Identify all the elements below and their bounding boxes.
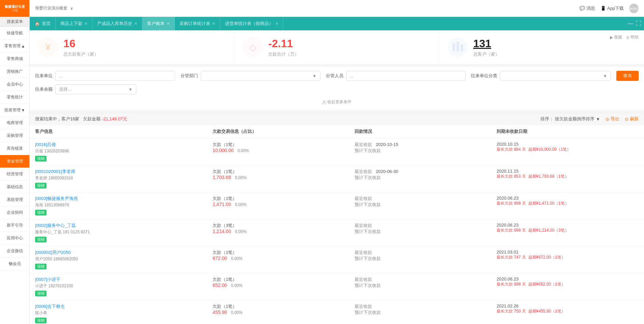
debt-amount-1[interactable]: 1,703.68: [213, 175, 231, 180]
customer-name-0[interactable]: [0016]吕俊: [35, 142, 56, 147]
overdue-amount-0[interactable]: 超期¥10,000.00（1笔）: [528, 147, 571, 152]
sidebar-item-purchase[interactable]: 采购管理: [0, 129, 29, 142]
repay-col-6: 最近收款 预计下次收款: [355, 303, 497, 316]
tab-products[interactable]: 商品上下架 ✕: [56, 17, 92, 30]
sidebar-item-retail-mgmt[interactable]: 零售管理 ▲: [0, 40, 29, 53]
debt-amount-4[interactable]: 672.00: [213, 256, 227, 261]
sidebar-item-wholesale[interactable]: 批发管理 ▼: [0, 104, 29, 117]
customer-name-5[interactable]: [0007]小进干: [35, 277, 60, 282]
customer-name-4[interactable]: [000002]用户2050: [35, 250, 71, 255]
overdue-amount-4[interactable]: 超期¥672.00（1笔）: [528, 255, 565, 260]
debt-amount-6[interactable]: 455.90: [213, 310, 227, 315]
help-btn[interactable]: ⊙ 帮助: [626, 34, 639, 40]
debt-amount-0[interactable]: 10,000.00: [213, 148, 233, 153]
repay-next-4: 预计下次收款: [355, 256, 497, 262]
sidebar-item-apps[interactable]: 应用中心: [0, 232, 29, 245]
avatar[interactable]: demo2: [629, 4, 639, 13]
person-input[interactable]: ...: [346, 71, 466, 81]
dept-select[interactable]: ▼: [201, 71, 320, 81]
sidebar-item-weixin[interactable]: 企业微信: [0, 245, 29, 258]
overdue-amount-2[interactable]: 超期¥1,471.00（1笔）: [528, 201, 569, 206]
tab-purchase-stats[interactable]: 进货单统计表（按商品） ✕: [220, 17, 283, 30]
sidebar-item-member[interactable]: 会员中心: [0, 78, 29, 91]
repay-next-3: 预计下次收款: [355, 229, 497, 235]
message-btn[interactable]: 💬 消息: [580, 5, 595, 11]
sidebar-item-enterprise[interactable]: 企业协同: [0, 206, 29, 219]
maximize-icon[interactable]: ⛶: [636, 21, 641, 27]
tab-home[interactable]: 🏠 首页: [30, 17, 56, 30]
supplier-dots: ...: [59, 73, 63, 79]
svg-rect-2: [460, 45, 463, 51]
tab-purchase-order[interactable]: 采购订单统计表 ✕: [175, 17, 220, 30]
col-repay-status: 回款情况: [355, 128, 497, 135]
debt-amount-3[interactable]: 1,214.00: [213, 229, 231, 234]
customer-info-3: [0002]服务中心_丁磊 服务中心_丁磊 181 0125 8371 现销: [35, 223, 213, 242]
sidebar-item-inventory[interactable]: 库存核算: [0, 142, 29, 155]
tab-products-close[interactable]: ✕: [84, 22, 87, 26]
repay-label-1: 最近收款: [355, 169, 372, 174]
table-row: [0001020001]李老师 李老师 18600391516 现销 欠款（1笔…: [30, 165, 644, 192]
sidebar-item-system[interactable]: 系统管理: [0, 194, 29, 206]
tabs-bar: 🏠 首页 商品上下架 ✕ 产成品入库单历史 ✕ 客户账本 ✕ 采购订单统计表 ✕…: [30, 17, 644, 30]
overdue-amount-1[interactable]: 超期¥1,703.68（1笔）: [528, 174, 569, 179]
sidebar-item-ecommerce[interactable]: 电商管理: [0, 117, 29, 129]
refresh-btn[interactable]: ⊙ 刷新: [625, 116, 639, 122]
search-button[interactable]: 查询: [616, 71, 639, 81]
breadcrumb: 母婴行业演示账套 ∨: [35, 5, 73, 11]
app-download-btn[interactable]: 📱 App下载: [600, 5, 624, 11]
tab-production-close[interactable]: ✕: [134, 22, 137, 26]
customer-info-5: [0007]小进干 小进干 18279152100 现销: [35, 276, 213, 296]
collapse-btn[interactable]: ⋀ 收起更多条件: [323, 99, 352, 105]
customer-name-3[interactable]: [0002]服务中心_丁磊: [35, 223, 76, 228]
tab-purchase-stats-close[interactable]: ✕: [275, 22, 278, 26]
debt-label-2: 欠款（1笔）: [213, 196, 355, 202]
repay-recent-0: 最近收款 2020-10-15: [355, 142, 497, 148]
sidebar-item-quick-nav[interactable]: 快捷导航: [0, 27, 29, 40]
total-customers-value[interactable]: 131: [473, 37, 500, 50]
debt-label-5: 欠款（1笔）: [213, 276, 355, 283]
debt-label-0: 欠款（1笔）: [213, 142, 355, 148]
sidebar-item-member2[interactable]: 畅会员: [0, 258, 29, 270]
tab-production[interactable]: 产成品入库单历史 ✕: [92, 17, 142, 30]
sidebar-item-guide[interactable]: 新手引导: [0, 219, 29, 232]
supplier-input[interactable]: ...: [55, 71, 175, 81]
sidebar-item-operations[interactable]: 经营管理: [0, 168, 29, 181]
tab-purchase-order-close[interactable]: ✕: [212, 22, 215, 26]
table-row: [0016]吕俊 吕俊 13026203696 现销 欠款（1笔） 10,000…: [30, 138, 644, 165]
debt-percent-1: 0.00%: [235, 175, 246, 180]
minimize-icon[interactable]: —: [628, 21, 633, 27]
sidebar-search-menu[interactable]: 搜索菜单: [0, 17, 29, 27]
debt-amount-5[interactable]: 652.00: [213, 283, 227, 288]
export-btn[interactable]: ⊙ 导出: [606, 116, 619, 122]
export-icon: ⊙: [606, 117, 609, 122]
industry-label: 母婴行业演示账套: [35, 5, 67, 11]
collapse-icon: ⋀: [323, 100, 326, 105]
customer-phone-5: 小进干 18279152100: [35, 283, 213, 289]
sidebar-item-retail-stats[interactable]: 零售统计: [0, 91, 29, 104]
sidebar-item-retail-mall[interactable]: 零售商城: [0, 53, 29, 65]
sort-select[interactable]: 排序： 按欠款金额倒序排序 ▼: [540, 116, 600, 122]
debt-customers-value: 16: [63, 37, 99, 50]
overdue-amount-6[interactable]: 超期¥455.90（1笔）: [528, 309, 565, 314]
repay-date-0: 2020-10-15: [373, 142, 398, 147]
stat-card-debt-total: ◇ -2.11 欠款合计（万）: [234, 30, 439, 64]
balance-select[interactable]: 选择... ▼: [55, 84, 136, 94]
sidebar-item-basic-info[interactable]: 基础信息: [0, 181, 29, 194]
customer-name-2[interactable]: [0003]畅捷服务尹海燕: [35, 196, 78, 201]
customer-name-1[interactable]: [0001020001]李老师: [35, 169, 75, 174]
video-btn[interactable]: ▶ 视频: [610, 34, 622, 40]
sidebar-item-marketing[interactable]: 营销推广: [0, 65, 29, 78]
debt-amount-2[interactable]: 1,471.00: [213, 202, 231, 207]
table-row: [0007]小进干 小进干 18279152100 现销 欠款（1笔） 652.…: [30, 273, 644, 300]
stats-row: ¥ 16 总欠款客户（家） ◇ -2.11 欠款合计（万）: [30, 30, 644, 64]
customer-name-6[interactable]: [0006]去下粮仓: [35, 304, 65, 309]
overdue-amount-3[interactable]: 超期¥1,214.00（3笔）: [528, 228, 569, 233]
overdue-amount-5[interactable]: 超期¥652.00（1笔）: [528, 282, 565, 287]
tab-customer-account-close[interactable]: ✕: [167, 22, 170, 26]
overdue-days-1: 最长欠款 853 天: [497, 174, 527, 179]
customer-badge-6: 现销: [35, 318, 47, 323]
category-select[interactable]: ▼: [500, 71, 611, 81]
tab-customer-account[interactable]: 客户账本 ✕: [142, 17, 175, 30]
sidebar-item-finance[interactable]: 资金管理: [0, 155, 29, 168]
refresh-label: 刷新: [630, 116, 639, 122]
